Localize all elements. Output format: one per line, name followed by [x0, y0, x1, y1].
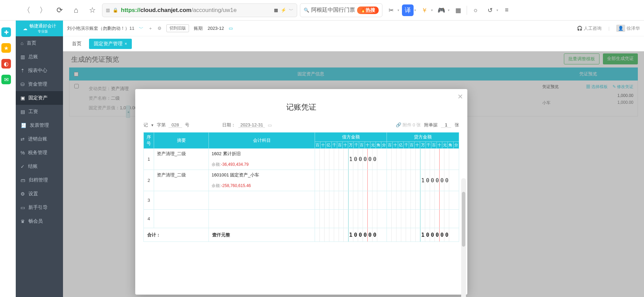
- bolt-icon[interactable]: ⚡: [281, 8, 286, 13]
- sidebar-label: 资金管理: [28, 81, 47, 87]
- app-icon-3[interactable]: ◐: [1, 59, 11, 69]
- user-menu[interactable]: 👤 徐泽华: [616, 25, 640, 32]
- app-icon-1[interactable]: ✚: [1, 27, 11, 37]
- sidebar-label: 新手引导: [28, 205, 48, 211]
- gear-icon[interactable]: ⚙: [157, 26, 162, 31]
- sidebar-item-13[interactable]: ♛畅会员: [16, 214, 63, 228]
- search-box[interactable]: 🔍 阿根廷中国行门票 🔥热搜: [300, 3, 382, 17]
- search-icon: 🔍: [304, 8, 309, 13]
- add-icon[interactable]: ＋: [148, 25, 153, 32]
- sidebar-label: 结账: [28, 163, 38, 170]
- os-icon-strip: ✚ ★ ◐ ✉: [0, 21, 12, 84]
- sidebar-item-7[interactable]: ⇄进销台账: [16, 132, 63, 146]
- url-bar[interactable]: ▥ 🔒 https://cloud.chanjet.com/accounting…: [102, 3, 297, 17]
- headset-icon: 🎧: [577, 26, 582, 31]
- total-chinese: 壹仟元整: [212, 232, 230, 237]
- apps-icon[interactable]: ▦: [452, 4, 464, 16]
- sidebar-icon: 🗃: [21, 177, 25, 183]
- tab-fixed-asset[interactable]: 固定资产管理×: [89, 39, 132, 49]
- sidebar-icon: ⛁: [21, 82, 25, 87]
- sidebar-icon: ✓: [21, 164, 25, 169]
- url-dropdown-icon[interactable]: ﹀: [289, 7, 293, 13]
- sidebar-label: 固定资产: [28, 95, 48, 101]
- voucher-table: 序号 摘要 会计科目 借方金额 贷方金额 百十亿千百十万千百十元角分百十亿千百十…: [143, 132, 459, 242]
- reload-icon[interactable]: ⟳: [53, 3, 66, 17]
- sidebar-icon: ▥: [21, 54, 25, 60]
- menu-icon[interactable]: ≡: [501, 4, 513, 16]
- sidebar-icon: ▤: [21, 109, 25, 114]
- sidebar-label: 归档管理: [29, 177, 48, 183]
- back-icon[interactable]: 〈: [20, 3, 34, 17]
- calendar-icon[interactable]: ▭: [229, 26, 233, 31]
- sidebar-item-5[interactable]: ▤工资: [16, 105, 63, 119]
- app-icon-4[interactable]: ✉: [1, 75, 11, 84]
- sidebar-item-8[interactable]: %税务管理: [16, 146, 63, 160]
- sidebar-label: 报表中心: [28, 67, 47, 74]
- sidebar-label: 进销台账: [28, 136, 47, 142]
- voucher-row[interactable]: 1 资产清理_二级 1602 累计折旧余额:-36,493,434.79 100…: [144, 149, 459, 170]
- sidebar-item-3[interactable]: ⛁资金管理: [16, 77, 63, 91]
- tab-home[interactable]: 首页: [67, 39, 86, 49]
- sidebar-item-6[interactable]: 🧾发票管理: [16, 119, 63, 132]
- account-dropdown-icon[interactable]: ﹀: [139, 25, 143, 32]
- sidebar-label: 首页: [27, 40, 36, 46]
- sidebar-item-9[interactable]: ✓结账: [16, 160, 63, 173]
- sidebar-item-4[interactable]: ▣固定资产: [16, 91, 63, 105]
- slip-count[interactable]: 1: [441, 122, 451, 128]
- sidebar-icon: ⇄: [21, 136, 25, 142]
- sidebar-item-0[interactable]: ⌂首页: [16, 36, 63, 50]
- logo-text: 畅捷通好会计: [29, 23, 56, 29]
- wallet-icon[interactable]: ￥: [419, 4, 430, 16]
- voucher-row[interactable]: 2 资产清理_二级 1601001 固定资产_小车余额:-258,760,615…: [144, 170, 459, 191]
- translate-icon[interactable]: 译: [402, 4, 414, 16]
- voucher-modal: ✕ 记账凭证 记 ▼ 字第 028 号 日期： 2023-12-31 ▭ 🔗 附…: [135, 89, 467, 295]
- voucher-row[interactable]: 4: [144, 210, 459, 228]
- tab-bar: 首页 固定资产管理×: [63, 36, 644, 51]
- close-icon[interactable]: ×: [125, 41, 127, 46]
- sidebar-item-10[interactable]: 🗃归档管理: [16, 173, 63, 187]
- history-icon[interactable]: ↺: [484, 4, 496, 16]
- sidebar-icon: 🧾: [21, 123, 26, 128]
- account-name[interactable]: 刘小艳演示账套（勿删勿动！）11: [67, 25, 134, 32]
- brightness-icon[interactable]: ☼: [470, 4, 481, 16]
- scissors-icon[interactable]: ✂: [385, 4, 397, 16]
- sidebar-item-12[interactable]: ▭新手引导: [16, 201, 63, 214]
- scrollbar-thumb[interactable]: [462, 192, 465, 247]
- home-icon[interactable]: ⌂: [69, 3, 83, 17]
- voucher-date[interactable]: 2023-12-31: [238, 122, 265, 128]
- qr-icon[interactable]: ▦: [274, 8, 278, 13]
- scrollbar[interactable]: [461, 178, 466, 297]
- logo-subtext: 专业版: [29, 29, 56, 34]
- switch-old-button[interactable]: 切到旧版: [166, 24, 189, 32]
- sidebar-label: 工资: [28, 109, 38, 115]
- sidebar-item-11[interactable]: ⚙设置: [16, 187, 63, 201]
- sidebar-icon: ▭: [21, 205, 25, 210]
- sidebar-icon: ⚙: [21, 191, 25, 197]
- attach-link[interactable]: 🔗 附件 0 张: [396, 122, 421, 128]
- sidebar-icon: %: [21, 150, 25, 156]
- sidebar-item-1[interactable]: ▥总账: [16, 50, 63, 64]
- chevron-down-icon[interactable]: ▼: [151, 123, 154, 127]
- star-icon[interactable]: ☆: [86, 3, 99, 17]
- calendar-icon[interactable]: ▭: [268, 123, 272, 128]
- game-icon[interactable]: 🎮: [435, 4, 447, 16]
- lock-icon: 🔒: [113, 8, 118, 13]
- sidebar-label: 发票管理: [30, 122, 49, 128]
- period-value[interactable]: 2023-12: [207, 26, 224, 31]
- app-topbar: 刘小艳演示账套（勿删勿动！）11 ﹀ ＋ ⚙ 切到旧版 账期 2023-12 ▭…: [63, 21, 644, 36]
- period-label: 账期: [194, 25, 203, 32]
- app-icon-2[interactable]: ★: [1, 43, 11, 53]
- browser-toolbar: 〈 〉 ⟳ ⌂ ☆ ▥ 🔒 https://cloud.chanjet.com/…: [0, 0, 644, 21]
- sidebar-item-2[interactable]: ⇡报表中心: [16, 64, 63, 77]
- support-link[interactable]: 🎧 人工咨询: [577, 25, 602, 32]
- voucher-meta: 记 ▼ 字第 028 号 日期： 2023-12-31 ▭ 🔗 附件 0 张 附…: [135, 122, 467, 132]
- voucher-row[interactable]: 3: [144, 191, 459, 210]
- sidebar-label: 税务管理: [28, 150, 47, 156]
- voucher-number[interactable]: 028: [168, 122, 182, 128]
- sidebar-label: 总账: [28, 54, 38, 60]
- sidebar-icon: ⌂: [21, 40, 23, 46]
- modal-close-button[interactable]: ✕: [457, 92, 463, 101]
- forward-icon[interactable]: 〉: [36, 3, 50, 17]
- search-text: 阿根廷中国行门票: [311, 7, 355, 14]
- sidebar-label: 设置: [28, 191, 38, 197]
